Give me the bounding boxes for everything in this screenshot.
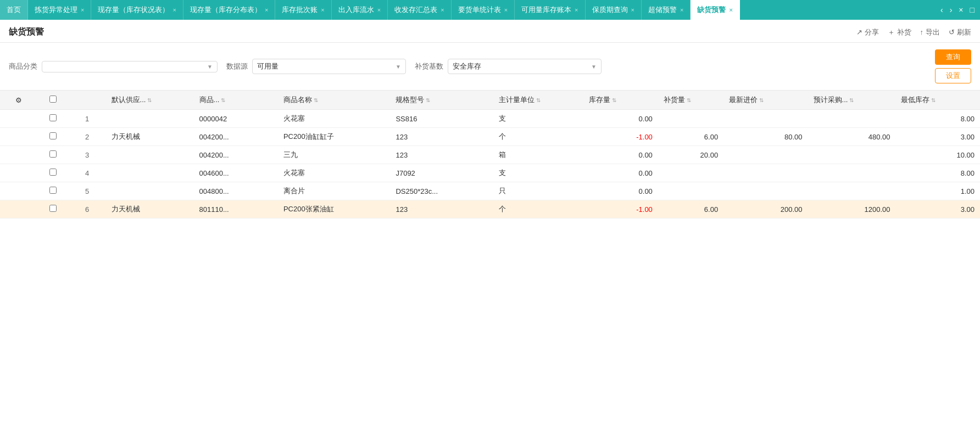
col-name-sort-icon: ⇅ xyxy=(314,97,318,103)
refresh-icon: ↺ xyxy=(949,28,955,36)
col-header-stock[interactable]: 库存量 ⇅ xyxy=(583,91,658,110)
tab-close-expiry[interactable]: × xyxy=(631,7,634,13)
col-header-minstock[interactable]: 最低库存 ⇅ xyxy=(895,91,980,110)
col-header-purchase[interactable]: 预计采购... ⇅ xyxy=(808,91,896,110)
row-price-0 xyxy=(723,110,808,128)
tab-item-overstock[interactable]: 超储预警× xyxy=(642,0,691,20)
row-checkbox-2[interactable] xyxy=(49,150,57,158)
tab-item-stock-dist[interactable]: 现存量（库存分布表）× xyxy=(183,0,275,20)
row-checkbox-cell-4[interactable] xyxy=(37,182,68,200)
tab-item-shortage[interactable]: 缺货预警× xyxy=(691,0,739,20)
tab-item-expiry[interactable]: 保质期查询× xyxy=(586,0,642,20)
row-code-3: 004600... xyxy=(194,164,278,182)
col-header-settings[interactable]: ⚙ xyxy=(0,91,37,110)
settings-button[interactable]: 设置 xyxy=(935,68,971,83)
tab-close-overstock[interactable]: × xyxy=(680,7,683,13)
tab-item-inout[interactable]: 出入库流水× xyxy=(332,0,388,20)
row-spec-0: SS816 xyxy=(390,110,493,128)
refresh-label: 刷新 xyxy=(957,27,971,37)
share-action[interactable]: ↗ 分享 xyxy=(856,27,879,37)
col-code-sort-icon: ⇅ xyxy=(221,97,225,103)
row-spec-2: 123 xyxy=(390,146,493,164)
row-checkbox-0[interactable] xyxy=(49,114,57,121)
refresh-action[interactable]: ↺ 刷新 xyxy=(949,27,971,37)
tab-close-window-button[interactable]: × xyxy=(955,4,966,15)
tab-item-home[interactable]: 首页 xyxy=(0,0,28,20)
query-button[interactable]: 查询 xyxy=(935,49,971,65)
col-spec-label: 规格型号 xyxy=(396,95,424,105)
row-name-0: 火花塞 xyxy=(278,110,391,128)
col-header-spec[interactable]: 规格型号 ⇅ xyxy=(390,91,493,110)
replenish-action[interactable]: ＋ 补货 xyxy=(888,27,911,37)
row-checkbox-cell-0[interactable] xyxy=(37,110,68,128)
row-price-4 xyxy=(723,182,808,200)
share-label: 分享 xyxy=(865,27,879,37)
row-minstock-4: 1.00 xyxy=(895,182,980,200)
row-code-0: 0000042 xyxy=(194,110,278,128)
filter-actions: 查询 设置 xyxy=(935,49,971,83)
tab-close-stock-dist[interactable]: × xyxy=(265,7,268,13)
category-filter-group: 商品分类 ▼ xyxy=(9,61,218,72)
row-checkbox-1[interactable] xyxy=(49,132,57,139)
row-checkbox-4[interactable] xyxy=(49,187,57,194)
row-checkbox-cell-1[interactable] xyxy=(37,128,68,146)
table-row: 1 0000042 火花塞 SS816 支 0.00 8.00 xyxy=(0,110,980,128)
tab-close-abnormal[interactable]: × xyxy=(81,7,84,13)
col-header-code[interactable]: 商品... ⇅ xyxy=(194,91,278,110)
row-checkbox-5[interactable] xyxy=(49,205,57,212)
row-purchase-5: 1200.00 xyxy=(808,200,896,218)
tab-close-collect[interactable]: × xyxy=(441,7,444,13)
tab-close-avail-ledger[interactable]: × xyxy=(575,7,578,13)
row-checkbox-3[interactable] xyxy=(49,169,57,176)
select-all-checkbox[interactable] xyxy=(49,96,57,103)
tab-prev-button[interactable]: ‹ xyxy=(937,4,946,15)
row-index-2: 3 xyxy=(68,146,105,164)
row-replenish-2: 20.00 xyxy=(658,146,723,164)
tab-label-stock-status: 现存量（库存状况表） xyxy=(98,5,169,15)
col-minstock-label: 最低库存 xyxy=(901,95,929,105)
tab-maximize-button[interactable]: □ xyxy=(967,4,978,15)
category-select[interactable]: ▼ xyxy=(42,61,218,72)
col-header-checkbox[interactable] xyxy=(37,91,68,110)
datasource-select[interactable]: 可用量 ▼ xyxy=(252,59,406,74)
table-row: 4 004600... 火花塞 J7092 支 0.00 8.00 xyxy=(0,164,980,182)
col-header-replenish[interactable]: 补货量 ⇅ xyxy=(658,91,723,110)
col-supplier-sort-icon: ⇅ xyxy=(147,97,152,103)
tab-item-abnormal[interactable]: 拣货异常处理× xyxy=(28,0,91,20)
tab-item-avail-ledger[interactable]: 可用量库存账本× xyxy=(515,0,585,20)
tab-item-order-stat[interactable]: 要货单统计表× xyxy=(452,0,515,20)
row-supplier-3 xyxy=(106,164,194,182)
row-price-1: 80.00 xyxy=(723,128,808,146)
row-index-1: 2 xyxy=(68,128,105,146)
tab-next-button[interactable]: › xyxy=(946,4,956,15)
settings-icon[interactable]: ⚙ xyxy=(15,96,22,104)
col-code-label: 商品... xyxy=(199,95,220,105)
row-checkbox-cell-3[interactable] xyxy=(37,164,68,182)
row-price-5: 200.00 xyxy=(723,200,808,218)
col-header-name[interactable]: 商品名称 ⇅ xyxy=(278,91,391,110)
row-settings-5 xyxy=(0,200,37,218)
tab-item-collect[interactable]: 收发存汇总表× xyxy=(388,0,451,20)
row-stock-2: 0.00 xyxy=(583,146,658,164)
tab-close-stock-status[interactable]: × xyxy=(172,7,176,13)
col-header-supplier[interactable]: 默认供应... ⇅ xyxy=(106,91,194,110)
replenish-base-select[interactable]: 安全库存 ▼ xyxy=(448,59,602,74)
row-checkbox-cell-2[interactable] xyxy=(37,146,68,164)
col-replenish-label: 补货量 xyxy=(664,95,685,105)
col-header-price[interactable]: 最新进价 ⇅ xyxy=(723,91,808,110)
tab-close-inout[interactable]: × xyxy=(377,7,381,13)
row-unit-5: 个 xyxy=(493,200,583,218)
row-checkbox-cell-5[interactable] xyxy=(37,200,68,218)
col-unit-sort-icon: ⇅ xyxy=(536,97,541,103)
row-supplier-4 xyxy=(106,182,194,200)
replenish-base-label: 补货基数 xyxy=(415,61,443,71)
row-minstock-1: 3.00 xyxy=(895,128,980,146)
export-action[interactable]: ↑ 导出 xyxy=(920,27,940,37)
tab-item-stock-status[interactable]: 现存量（库存状况表）× xyxy=(91,0,183,20)
tab-close-batch[interactable]: × xyxy=(321,7,324,13)
tab-close-shortage[interactable]: × xyxy=(729,7,732,13)
tab-close-order-stat[interactable]: × xyxy=(504,7,508,13)
col-header-unit[interactable]: 主计量单位 ⇅ xyxy=(493,91,583,110)
tab-label-shortage: 缺货预警 xyxy=(697,5,726,15)
tab-item-batch[interactable]: 库存批次账× xyxy=(275,0,331,20)
